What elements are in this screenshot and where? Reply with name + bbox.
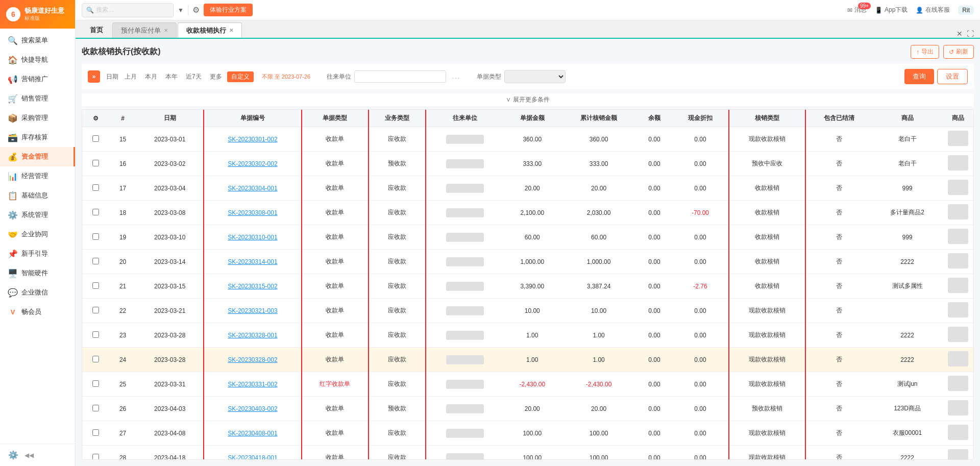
cell-checkbox[interactable] bbox=[82, 201, 109, 225]
col-settings[interactable]: ⚙ bbox=[82, 110, 109, 127]
cell-partner: ████ bbox=[426, 225, 503, 250]
tab-close-icon[interactable]: ✕ bbox=[164, 28, 168, 33]
bill-no-link[interactable]: SK-20230331-002 bbox=[228, 381, 277, 388]
cell-checkbox[interactable] bbox=[82, 446, 109, 460]
cell-checkbox[interactable] bbox=[82, 299, 109, 323]
cell-checkbox[interactable] bbox=[82, 225, 109, 250]
cell-checkbox[interactable] bbox=[82, 152, 109, 176]
bill-no-link[interactable]: SK-20230304-001 bbox=[228, 185, 277, 192]
bill-no-link[interactable]: SK-20230315-002 bbox=[228, 283, 277, 290]
cell-bill-type: 收款单 bbox=[302, 446, 369, 460]
bill-no-link[interactable]: SK-20230408-001 bbox=[228, 430, 277, 437]
cell-cumulative: -2,430.00 bbox=[561, 372, 636, 397]
close-window-icon[interactable]: ✕ bbox=[957, 30, 963, 38]
sidebar-item-search[interactable]: 🔍 搜索菜单 bbox=[0, 31, 75, 50]
user-profile[interactable]: Rit bbox=[958, 6, 974, 15]
date-this-month[interactable]: 本月 bbox=[142, 71, 160, 82]
sidebar-item-marketing[interactable]: 📢 营销推广 bbox=[0, 69, 75, 89]
cell-checkbox[interactable] bbox=[82, 176, 109, 201]
export-button[interactable]: ↑ 导出 bbox=[911, 45, 939, 59]
cell-balance: 0.00 bbox=[636, 152, 672, 176]
cell-discount: -2.76 bbox=[672, 274, 729, 299]
sidebar-item-guide[interactable]: 📌 新手引导 bbox=[0, 244, 75, 263]
cell-settled: 否 bbox=[805, 372, 872, 397]
date-custom-button[interactable]: 自定义 bbox=[227, 71, 254, 82]
solution-button[interactable]: 体验行业方案 bbox=[204, 4, 253, 16]
partner-filter-input[interactable] bbox=[354, 70, 446, 83]
cell-cancel-type: 收款核销 bbox=[729, 176, 806, 201]
topbar-dropdown-arrow[interactable]: ▼ bbox=[178, 7, 184, 14]
tab-home[interactable]: 首页 bbox=[82, 22, 111, 38]
table-row: 21 2023-03-15 SK-20230315-002 收款单 应收款 ██… bbox=[82, 274, 973, 299]
query-button[interactable]: 查询 bbox=[904, 69, 934, 84]
sidebar-item-sales[interactable]: 🛒 销售管理 bbox=[0, 89, 75, 108]
marketing-icon: 📢 bbox=[8, 75, 17, 84]
home-icon: 🏠 bbox=[8, 55, 17, 64]
sidebar-item-member[interactable]: V 畅会员 bbox=[0, 302, 75, 322]
filter-date-group: 日期 上月 本月 本年 近7天 更多 自定义 bbox=[106, 71, 254, 82]
date-more[interactable]: 更多 bbox=[207, 71, 225, 82]
bill-no-link[interactable]: SK-20230328-002 bbox=[228, 356, 277, 363]
cell-cancel-type: 预收款核销 bbox=[729, 397, 806, 421]
gear-icon[interactable]: ⚙ bbox=[192, 5, 200, 15]
cell-checkbox[interactable] bbox=[82, 274, 109, 299]
sidebar-item-label: 企业协同 bbox=[21, 230, 48, 239]
cell-bill-no: SK-20230308-001 bbox=[204, 201, 301, 225]
bill-no-link[interactable]: SK-20230321-003 bbox=[228, 307, 277, 314]
table-row: 22 2023-03-21 SK-20230321-003 收款单 应收款 ██… bbox=[82, 299, 973, 323]
cell-checkbox[interactable] bbox=[82, 421, 109, 446]
col-discount: 现金折扣 bbox=[672, 110, 729, 127]
cell-goods2 bbox=[943, 127, 973, 152]
page-header: 收款核销执行(按收款) ↑ 导出 ↺ 刷新 bbox=[82, 45, 974, 59]
date-this-year[interactable]: 本年 bbox=[162, 71, 181, 82]
settings-icon[interactable]: ⚙️ bbox=[8, 450, 18, 460]
bill-no-link[interactable]: SK-20230328-001 bbox=[228, 332, 277, 339]
cell-checkbox[interactable] bbox=[82, 250, 109, 274]
bill-no-link[interactable]: SK-20230310-001 bbox=[228, 234, 277, 241]
maximize-icon[interactable]: ⛶ bbox=[967, 30, 974, 38]
sidebar-item-finance[interactable]: 💰 资金管理 bbox=[0, 147, 75, 166]
sidebar-item-wechat[interactable]: 💬 企业微信 bbox=[0, 283, 75, 302]
bill-no-link[interactable]: SK-20230308-001 bbox=[228, 209, 277, 216]
sidebar-item-operations[interactable]: 📊 经营管理 bbox=[0, 166, 75, 186]
cell-bill-type: 红字收款单 bbox=[302, 372, 369, 397]
bill-type-select[interactable]: 收款单 红字收款单 bbox=[504, 70, 566, 83]
sidebar-item-quicknav[interactable]: 🏠 快捷导航 bbox=[0, 50, 75, 69]
date-7days[interactable]: 近7天 bbox=[183, 71, 205, 82]
bill-no-link[interactable]: SK-20230418-001 bbox=[228, 454, 277, 460]
date-last-month[interactable]: 上月 bbox=[121, 71, 140, 82]
cell-settled: 否 bbox=[805, 348, 872, 372]
tab-receipt-exec[interactable]: 收款核销执行 ✕ bbox=[178, 22, 242, 38]
sidebar-item-inventory[interactable]: 🗃️ 库存核算 bbox=[0, 128, 75, 147]
bill-no-link[interactable]: SK-20230301-002 bbox=[228, 136, 277, 143]
sidebar-item-purchase[interactable]: 📦 采购管理 bbox=[0, 108, 75, 128]
cell-goods2 bbox=[943, 225, 973, 250]
sidebar-item-collab[interactable]: 🤝 企业协同 bbox=[0, 225, 75, 244]
tab-prepay-label: 预付单应付单 bbox=[121, 26, 161, 35]
topbar-search-box[interactable]: 🔍 搜索... bbox=[82, 3, 174, 17]
app-download-button[interactable]: 📱 App下载 bbox=[875, 6, 908, 14]
bill-no-link[interactable]: SK-20230302-002 bbox=[228, 160, 277, 167]
sidebar-item-system[interactable]: ⚙️ 系统管理 bbox=[0, 205, 75, 225]
collapse-icon[interactable]: ◀◀ bbox=[24, 452, 34, 459]
tab-close-icon[interactable]: ✕ bbox=[229, 28, 233, 33]
sidebar-item-label: 企业微信 bbox=[21, 288, 48, 297]
bill-no-link[interactable]: SK-20230403-002 bbox=[228, 405, 277, 412]
expand-conditions-button[interactable]: ∨ 展开更多条件 bbox=[82, 93, 974, 106]
search-icon: 🔍 bbox=[8, 36, 17, 45]
online-service-button[interactable]: 👤 在线客服 bbox=[916, 6, 950, 14]
cell-checkbox[interactable] bbox=[82, 348, 109, 372]
cell-checkbox[interactable] bbox=[82, 127, 109, 152]
setting-button[interactable]: 设置 bbox=[937, 69, 968, 84]
cell-balance: 0.00 bbox=[636, 225, 672, 250]
tab-prepay[interactable]: 预付单应付单 ✕ bbox=[112, 22, 177, 38]
cell-checkbox[interactable] bbox=[82, 372, 109, 397]
refresh-button[interactable]: ↺ 刷新 bbox=[943, 45, 974, 59]
message-button[interactable]: ✉ 消息 99+ bbox=[847, 6, 867, 14]
sidebar-item-basic[interactable]: 📋 基础信息 bbox=[0, 186, 75, 205]
cell-checkbox[interactable] bbox=[82, 397, 109, 421]
filter-toggle-button[interactable]: » bbox=[88, 70, 100, 83]
bill-no-link[interactable]: SK-20230314-001 bbox=[228, 258, 277, 265]
sidebar-item-hardware[interactable]: 🖥️ 智能硬件 bbox=[0, 263, 75, 283]
cell-checkbox[interactable] bbox=[82, 323, 109, 348]
